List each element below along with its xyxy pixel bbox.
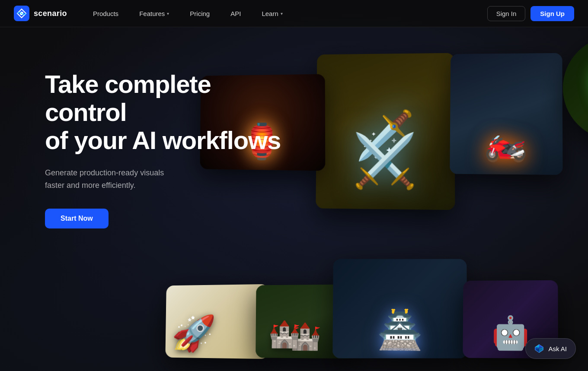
- navbar: scenario Products Features ▾ Pricing API…: [0, 0, 588, 27]
- ai-gem-icon: [534, 344, 544, 353]
- hero-image-castle-small: 🏰: [256, 284, 355, 358]
- hero-image-floating-castle: 🏯: [332, 259, 467, 358]
- hero-image-warrior: 🗡️: [316, 53, 455, 210]
- chevron-down-icon: ▾: [167, 11, 169, 16]
- hero-section: Take complete control of your AI workflo…: [0, 0, 588, 371]
- ask-ai-label: Ask AI: [548, 345, 567, 352]
- hero-title: Take complete control of your AI workflo…: [45, 70, 285, 155]
- signin-button[interactable]: Sign In: [487, 6, 526, 21]
- hero-subtitle: Generate production-ready visuals faster…: [45, 167, 285, 192]
- nav-links: Products Features ▾ Pricing API Learn ▾: [84, 6, 487, 21]
- ask-ai-button[interactable]: Ask AI: [525, 338, 576, 359]
- nav-pricing[interactable]: Pricing: [181, 6, 218, 21]
- hero-image-rocket: 🚀: [165, 284, 268, 359]
- hero-content: Take complete control of your AI workflo…: [0, 27, 285, 228]
- chevron-down-icon: ▾: [281, 11, 283, 16]
- hero-image-shield: 🛡️: [562, 35, 588, 140]
- hero-image-motorbike: 🏍️: [450, 53, 562, 175]
- nav-products[interactable]: Products: [84, 6, 127, 21]
- logo-icon: [14, 6, 29, 21]
- signup-button[interactable]: Sign Up: [530, 6, 574, 21]
- nav-features[interactable]: Features ▾: [131, 6, 178, 21]
- start-now-button[interactable]: Start Now: [45, 209, 109, 228]
- nav-learn[interactable]: Learn ▾: [253, 6, 291, 21]
- logo-link[interactable]: scenario: [14, 6, 67, 21]
- nav-api[interactable]: API: [222, 6, 249, 21]
- logo-text: scenario: [34, 9, 67, 18]
- nav-actions: Sign In Sign Up: [487, 6, 574, 21]
